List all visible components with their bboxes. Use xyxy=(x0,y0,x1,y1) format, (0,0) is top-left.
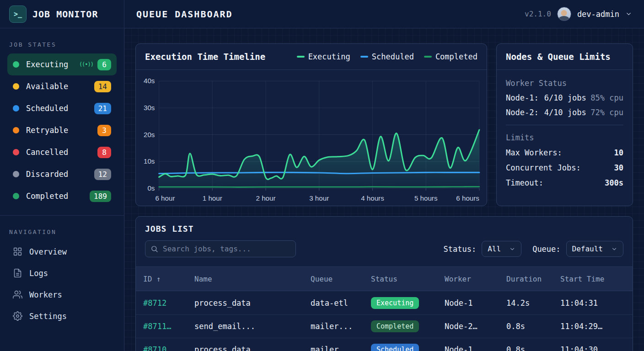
legend-label: Executing xyxy=(308,52,350,61)
state-label: Cancelled xyxy=(26,148,68,157)
legend-item-scheduled[interactable]: Scheduled xyxy=(360,52,414,61)
sidebar-state-available[interactable]: Available 14 xyxy=(7,75,117,97)
job-worker: Node-2… xyxy=(445,322,506,331)
column-header[interactable]: Name xyxy=(194,275,311,283)
sidebar-item-logs[interactable]: Logs xyxy=(7,262,117,284)
job-states-heading: JOB STATES xyxy=(9,41,115,48)
sidebar-item-settings[interactable]: Settings xyxy=(7,305,117,327)
job-name: send_email... xyxy=(194,322,311,331)
worker-status-heading: Worker Status xyxy=(506,79,623,88)
limit-label: Max Workers: xyxy=(506,148,562,157)
job-queue: mailer... xyxy=(311,322,371,331)
sidebar-state-discarded[interactable]: Discarded 12 xyxy=(7,163,117,185)
state-count-badge: 12 xyxy=(94,169,111,180)
sidebar-state-cancelled[interactable]: Cancelled 8 xyxy=(7,141,117,163)
legend-label: Scheduled xyxy=(372,52,414,61)
node-cpu: 85% cpu xyxy=(590,93,623,102)
state-dot-icon xyxy=(13,149,19,155)
sidebar-item-overview[interactable]: Overview xyxy=(7,241,117,262)
queue-filter-select[interactable]: Default xyxy=(566,241,623,257)
job-status-badge: Completed xyxy=(371,320,419,332)
main-content: Execution Time Timeline Executing Schedu… xyxy=(124,28,644,351)
sidebar-item-workers[interactable]: Workers xyxy=(7,284,117,305)
worker-status-list: Node-1: 6/10 jobs 85% cpu Node-2: 4/10 j… xyxy=(506,93,623,117)
job-id-link[interactable]: #8712 xyxy=(143,298,194,308)
jobs-table-row[interactable]: #8712 process_data data-etl Executing No… xyxy=(136,291,633,314)
jobs-search-input[interactable] xyxy=(145,240,296,257)
legend-swatch-icon xyxy=(297,56,305,58)
app-title: JOB MONITOR xyxy=(32,9,98,20)
legend-item-completed[interactable]: Completed xyxy=(424,52,478,61)
svg-text:20s: 20s xyxy=(144,131,155,138)
sidebar-state-retryable[interactable]: Retryable 3 xyxy=(7,119,117,141)
node-cpu: 72% cpu xyxy=(590,108,623,117)
nodes-limits-card: Nodes & Queue Limits Worker Status Node-… xyxy=(496,43,633,206)
state-label: Available xyxy=(26,82,68,91)
job-duration: 0.8s xyxy=(506,322,560,331)
job-id-link[interactable]: #8710 xyxy=(143,345,194,351)
page-title: QUEUE DASHBOARD xyxy=(136,9,233,20)
svg-text:5 hours: 5 hours xyxy=(414,194,438,202)
worker-status-row: Node-1: 6/10 jobs 85% cpu xyxy=(506,93,623,102)
worker-status-row: Node-2: 4/10 jobs 72% cpu xyxy=(506,108,623,117)
state-dot-icon xyxy=(13,127,19,133)
node-name: Node-1: xyxy=(506,93,539,102)
state-dot-icon xyxy=(13,105,19,112)
column-header[interactable]: Duration xyxy=(506,275,560,283)
chart-legend: Executing Scheduled Completed xyxy=(297,52,478,61)
svg-text:2 hour: 2 hour xyxy=(256,194,275,202)
status-filter-select[interactable]: All xyxy=(482,241,521,257)
state-count-badge: 6 xyxy=(97,59,111,70)
jobs-table: ID ↑NameQueueStatusWorkerDurationStart T… xyxy=(136,266,633,351)
column-header[interactable]: Status xyxy=(371,275,445,283)
top-bar: QUEUE DASHBOARD v2.1.0 dev-admin xyxy=(124,0,644,28)
job-name: process_data xyxy=(194,298,311,308)
column-header[interactable]: ID ↑ xyxy=(143,275,194,283)
svg-text:6 hours: 6 hours xyxy=(456,194,479,202)
job-id-link[interactable]: #8711… xyxy=(143,322,194,331)
logo-glyph: >_ xyxy=(14,10,22,18)
users-icon xyxy=(13,290,22,299)
nav-label: Logs xyxy=(29,269,48,278)
job-duration: 0.8s xyxy=(506,345,560,351)
user-menu-chevron-down-icon[interactable] xyxy=(625,11,632,17)
legend-item-executing[interactable]: Executing xyxy=(297,52,350,61)
job-start-time: 11:04:29… xyxy=(560,322,625,331)
terminal-logo-icon: >_ xyxy=(9,5,27,23)
state-label: Completed xyxy=(26,191,68,201)
navigation-list: Overview Logs Workers Settings xyxy=(7,241,117,327)
svg-text:0s: 0s xyxy=(147,184,155,192)
jobs-list-card: JOBS LIST Status: All Queue: xyxy=(135,216,633,351)
nav-label: Settings xyxy=(29,312,67,321)
user-avatar[interactable] xyxy=(557,7,571,21)
sidebar-state-completed[interactable]: Completed 189 xyxy=(7,185,117,207)
limit-label: Concurrent Jobs: xyxy=(506,163,581,172)
queue-dashboard-app: >_ JOB MONITOR JOB STATES Executing ((•)… xyxy=(0,0,644,351)
legend-label: Completed xyxy=(435,52,478,61)
jobs-table-row[interactable]: #8710 process_data mailer Scheduled Node… xyxy=(136,338,633,351)
svg-text:30s: 30s xyxy=(144,104,155,112)
job-duration: 14.2s xyxy=(506,298,560,308)
state-count-badge: 21 xyxy=(94,103,111,114)
state-label: Executing xyxy=(26,60,68,69)
state-dot-icon xyxy=(13,83,19,90)
jobs-list-title: JOBS LIST xyxy=(145,224,623,234)
job-states-list: Executing ((•)) 6 Available 14 Scheduled… xyxy=(7,53,117,207)
column-header[interactable]: Queue xyxy=(311,275,371,283)
queue-filter-value: Default xyxy=(572,245,603,253)
navigation-heading: NAVIGATION xyxy=(9,229,115,235)
sidebar-state-scheduled[interactable]: Scheduled 21 xyxy=(7,97,117,119)
sidebar-state-executing[interactable]: Executing ((•)) 6 xyxy=(7,53,117,75)
job-queue: data-etl xyxy=(311,298,371,308)
column-header[interactable]: Start Time xyxy=(560,275,625,283)
live-signal-icon: ((•)) xyxy=(79,61,93,68)
jobs-table-row[interactable]: #8711… send_email... mailer... Completed… xyxy=(136,314,633,338)
user-name[interactable]: dev-admin xyxy=(577,10,619,19)
node-jobs: 6/10 jobs xyxy=(544,93,586,102)
node-name: Node-2: xyxy=(506,108,539,117)
legend-swatch-icon xyxy=(360,56,368,58)
node-jobs: 4/10 jobs xyxy=(544,108,586,117)
app-brand: >_ JOB MONITOR xyxy=(0,0,124,28)
column-header[interactable]: Worker xyxy=(445,275,506,283)
grid-icon xyxy=(13,247,22,256)
